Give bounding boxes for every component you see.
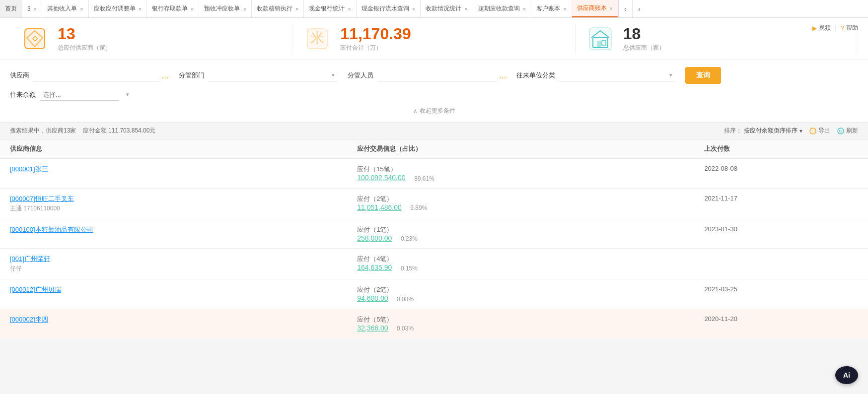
video-icon: ▶ — [812, 25, 817, 32]
tx-amount-6[interactable]: 32,366.00 — [357, 324, 388, 332]
nav-tab-collection-stat-close[interactable]: × — [464, 6, 467, 12]
nav-tab-bank-deposit[interactable]: 银行存取款单 × — [147, 0, 199, 17]
supplier-link-2[interactable]: [000007]恒旺二手叉车 — [10, 195, 337, 203]
cell-date-1: 2022-08-08 — [694, 159, 868, 189]
help-icon: ? — [841, 25, 844, 32]
cell-tx-5: 应付（2笔） 94,600.00 0.08% — [347, 279, 694, 309]
nav-tab-3[interactable]: 3 × — [22, 0, 42, 17]
collapse-button[interactable]: ∧ 收起更多条件 — [405, 105, 463, 117]
balance-input[interactable] — [43, 91, 126, 98]
tx-label-6: 应付（5笔） — [357, 315, 684, 324]
dept-chevron-down-icon: ▾ — [332, 72, 335, 78]
nav-tab-collection-stat-label: 收款情况统计 — [426, 4, 461, 13]
stat-label-total-suppliers: 总供应商（家） — [623, 44, 665, 52]
export-button[interactable]: ↑ 导出 — [809, 127, 830, 135]
category-input[interactable] — [562, 71, 669, 79]
person-input[interactable] — [377, 69, 497, 81]
nav-tab-cash-bank-flow[interactable]: 现金银行流水查询 × — [357, 0, 421, 17]
cell-tx-6: 应付（5笔） 32,366.00 0.03% — [347, 309, 694, 338]
nav-tab-collection-verify-close[interactable]: × — [295, 6, 298, 12]
nav-tab-collection-verify[interactable]: 收款核销执行 × — [252, 0, 304, 17]
cell-date-4 — [694, 249, 868, 279]
tx-amount-1[interactable]: 100,092,540.00 — [357, 174, 405, 182]
sort-value[interactable]: 按应付余额倒序排序 — [744, 127, 797, 135]
right-arrow-icon: › — [638, 5, 641, 13]
nav-tab-3-close[interactable]: × — [34, 6, 37, 12]
nav-next-arrow[interactable]: › — [632, 0, 646, 17]
query-button[interactable]: 查询 — [685, 67, 721, 84]
nav-prev-arrow[interactable]: ‹ — [618, 0, 632, 17]
tx-percent-4: 0.15% — [401, 265, 418, 272]
tx-amount-5[interactable]: 94,600.00 — [357, 294, 388, 302]
balance-chevron-down-icon: ▾ — [126, 91, 129, 98]
nav-tab-advance-receive-close[interactable]: × — [243, 6, 246, 12]
refresh-button[interactable]: ↻ 刷新 — [837, 127, 858, 135]
stat-info-3: 18 总供应商（家） — [623, 26, 665, 52]
cell-tx-3: 应付（1笔） 258,000.00 0.23% — [347, 219, 694, 249]
nav-tab-cash-bank-flow-label: 现金银行流水查询 — [362, 4, 409, 13]
nav-tab-overdue-query-close[interactable]: × — [523, 6, 526, 12]
cell-date-5: 2021-03-25 — [694, 279, 868, 309]
result-info-amount: 应付金额 111,703,854.00元 — [83, 127, 156, 134]
nav-tab-collection-verify-label: 收款核销执行 — [257, 4, 292, 13]
stat-icon-rice: 米 — [302, 24, 332, 54]
tx-label-5: 应付（2笔） — [357, 285, 684, 294]
nav-tab-other-income-close[interactable]: × — [80, 6, 83, 12]
supplier-ellipsis-icon[interactable]: ... — [161, 71, 169, 80]
links-divider: ｜ — [833, 24, 839, 32]
filter-area: 供应商 ... 分管部门 ▾ 分管人员 ... 往来单位分类 ▾ 查询 — [0, 60, 868, 123]
table-row: [000002]李四 应付（5笔） 32,366.00 0.03% 2020-1… — [0, 309, 868, 338]
tx-amount-3[interactable]: 258,000.00 — [357, 234, 392, 242]
tx-label-1: 应付（15笔） — [357, 165, 684, 174]
supplier-link-3[interactable]: [000100]本特勤油品有限公司 — [10, 225, 337, 234]
nav-tab-customer-account-close[interactable]: × — [563, 6, 566, 12]
supplier-link-1[interactable]: [000001]张三 — [10, 165, 337, 174]
svg-text:↻: ↻ — [839, 129, 843, 134]
svg-text:◇: ◇ — [32, 34, 38, 42]
filter-label-dept: 分管部门 — [179, 71, 205, 80]
tx-amount-4[interactable]: 164,635.90 — [357, 263, 392, 271]
sort-chevron-down-icon[interactable]: ▾ — [799, 128, 802, 134]
supplier-link-6[interactable]: [000002]李四 — [10, 315, 337, 324]
supplier-link-4[interactable]: [001]广州荣轩 — [10, 255, 337, 263]
filter-item-balance: 往来余额 ▾ — [10, 89, 119, 101]
video-link[interactable]: 视频 — [819, 24, 831, 32]
nav-tab-customer-account[interactable]: 客户账本 × — [531, 0, 572, 17]
tx-percent-2: 9.89% — [410, 204, 427, 211]
supplier-input[interactable] — [33, 69, 159, 81]
nav-tab-3-label: 3 — [27, 5, 31, 12]
svg-text:↑: ↑ — [812, 129, 814, 134]
nav-tab-ap-adjust-close[interactable]: × — [139, 6, 142, 12]
nav-tab-cash-bank-stat[interactable]: 现金银行统计 × — [304, 0, 356, 17]
nav-tab-cash-bank-flow-close[interactable]: × — [412, 6, 415, 12]
help-link[interactable]: 帮助 — [846, 24, 858, 32]
cell-supplier-2: [000007]恒旺二手叉车 王通 17106110000 — [0, 188, 347, 219]
stats-header: ◇ 13 总应付供应商（家） 米 11,170.39 应付合计（万） — [0, 18, 868, 60]
tx-amount-2[interactable]: 11,051,486.00 — [357, 203, 402, 211]
nav-tab-cash-bank-stat-close[interactable]: × — [348, 6, 351, 12]
nav-tab-advance-receive[interactable]: 预收冲应收单 × — [199, 0, 251, 17]
nav-tab-home[interactable]: 首页 — [0, 0, 22, 17]
dept-input[interactable] — [212, 71, 332, 79]
nav-tab-ap-adjust[interactable]: 应收应付调整单 × — [89, 0, 147, 17]
person-ellipsis-icon[interactable]: ... — [499, 71, 506, 80]
nav-tab-other-income[interactable]: 其他收入单 × — [42, 0, 88, 17]
table-header: 供应商信息 应付交易信息（占比） 上次付数 — [0, 139, 868, 159]
stat-label-payable-total: 应付合计（万） — [340, 44, 411, 52]
col-header-supplier: 供应商信息 — [0, 139, 347, 159]
tx-label-4: 应付（4笔） — [357, 255, 684, 263]
nav-tab-bank-deposit-close[interactable]: × — [191, 6, 194, 12]
table-row: [000001]张三 应付（15笔） 100,092,540.00 89.61%… — [0, 159, 868, 189]
left-arrow-icon: ‹ — [624, 5, 627, 13]
collapse-chevron-up-icon: ∧ — [413, 108, 418, 115]
cell-tx-1: 应付（15笔） 100,092,540.00 89.61% — [347, 159, 694, 189]
balance-select[interactable]: ▾ — [40, 89, 119, 101]
stat-block-payable-total: 米 11,170.39 应付合计（万） — [292, 24, 575, 54]
nav-tab-overdue-query[interactable]: 超期应收款查询 × — [473, 0, 531, 17]
supplier-link-5[interactable]: [000012]广州贝瑞 — [10, 285, 337, 294]
nav-tab-collection-stat[interactable]: 收款情况统计 × — [421, 0, 473, 17]
category-select[interactable]: ▾ — [559, 69, 675, 81]
dept-select[interactable]: ▾ — [209, 69, 338, 81]
nav-tab-supplier-account-close[interactable]: × — [610, 5, 613, 11]
nav-tab-supplier-account[interactable]: 供应商账本 × — [572, 0, 618, 17]
